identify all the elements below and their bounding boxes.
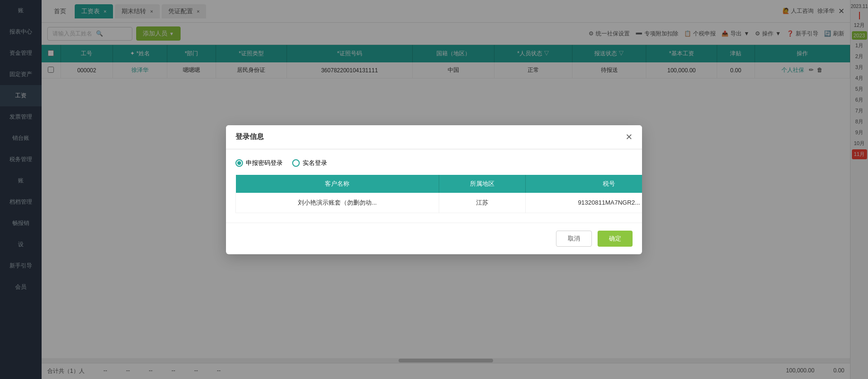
radio-realname-circle [292,159,300,167]
modal-close-button[interactable]: ✕ [625,132,633,142]
login-type-radio-group: 申报密码登录 实名登录 [235,159,633,167]
login-info-table: 客户名称 所属地区 税号 个税密码 刘小艳演示账套（勿删勿动... 江苏 913… [235,175,642,213]
modal-footer: 取消 确定 [226,223,642,254]
modal-row-region: 江苏 [439,193,525,213]
modal-col-region: 所属地区 [439,175,525,193]
modal-table-header: 客户名称 所属地区 税号 个税密码 [236,175,642,193]
modal-row-name: 刘小艳演示账套（勿删勿动... [236,193,439,213]
modal-body: 申报密码登录 实名登录 客户名称 所属地区 税号 个税密码 [226,149,642,223]
confirm-button[interactable]: 确定 [598,231,633,247]
radio-realname-login[interactable]: 实名登录 [292,159,327,167]
cancel-button[interactable]: 取消 [556,231,592,247]
modal-overlay: 登录信息 ✕ 申报密码登录 实名登录 [0,0,868,379]
modal-col-taxid: 税号 [525,175,642,193]
radio-password-label: 申报密码登录 [246,159,283,167]
modal-table-row: 刘小艳演示账套（勿删勿动... 江苏 91320811MA7NGR2... [236,193,642,213]
modal-row-taxid: 91320811MA7NGR2... [525,193,642,213]
radio-password-circle [235,159,243,167]
login-info-modal: 登录信息 ✕ 申报密码登录 实名登录 [226,125,642,254]
modal-header: 登录信息 ✕ [226,125,642,149]
radio-realname-label: 实名登录 [303,159,327,167]
modal-title: 登录信息 [235,132,264,141]
radio-password-login[interactable]: 申报密码登录 [235,159,283,167]
modal-col-name: 客户名称 [236,175,439,193]
